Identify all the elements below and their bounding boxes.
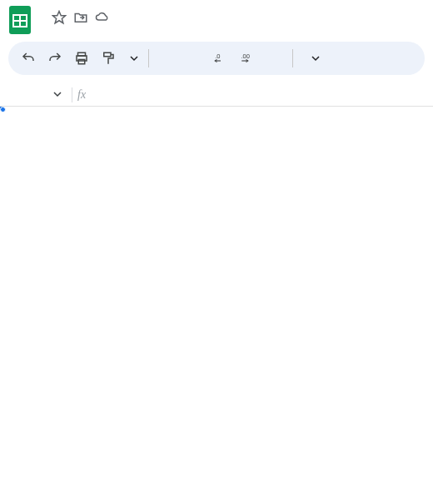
doc-title[interactable]: [38, 17, 45, 18]
print-button[interactable]: [70, 47, 93, 70]
title-row: [8, 5, 425, 35]
redo-button[interactable]: [43, 47, 67, 70]
undo-button[interactable]: [17, 47, 40, 70]
move-folder-icon[interactable]: [73, 10, 88, 25]
currency-button[interactable]: [156, 47, 179, 70]
separator: [292, 49, 293, 67]
menu-format[interactable]: [92, 27, 103, 30]
menu-insert[interactable]: [78, 27, 90, 30]
header: [0, 0, 433, 35]
percent-button[interactable]: [182, 47, 206, 70]
chevron-down-icon: [311, 52, 320, 65]
namebox-row: fx: [0, 83, 433, 107]
paint-format-button[interactable]: [97, 47, 120, 70]
menu-extensions[interactable]: [132, 27, 143, 30]
separator: [72, 87, 72, 102]
zoom-select[interactable]: [123, 52, 142, 65]
name-box[interactable]: [3, 88, 67, 101]
sheets-logo-icon[interactable]: [8, 5, 32, 35]
svg-rect-8: [104, 52, 111, 57]
cloud-status-icon[interactable]: [95, 10, 110, 25]
menu-help[interactable]: [145, 27, 157, 30]
fx-icon[interactable]: fx: [77, 88, 91, 102]
number-format-button[interactable]: [262, 47, 286, 70]
svg-marker-4: [53, 12, 66, 23]
title-block: [38, 10, 425, 30]
svg-text:.0: .0: [215, 52, 220, 60]
menu-view[interactable]: [65, 27, 77, 30]
separator: [148, 49, 149, 67]
doc-title-line: [38, 10, 425, 25]
decrease-decimal-button[interactable]: .0: [209, 47, 232, 70]
menu-data[interactable]: [105, 27, 117, 30]
menu-tools[interactable]: [118, 27, 130, 30]
svg-text:.00: .00: [241, 52, 250, 60]
selection-fill-handle[interactable]: [0, 107, 6, 112]
increase-decimal-button[interactable]: .00: [236, 47, 259, 70]
chevron-down-icon: [130, 52, 138, 65]
star-icon[interactable]: [52, 10, 67, 25]
chevron-down-icon: [53, 88, 62, 101]
toolbar: .0 .00: [8, 42, 425, 75]
menu-edit[interactable]: [52, 27, 63, 30]
menu-file[interactable]: [38, 27, 50, 30]
menu-bar: [38, 27, 425, 30]
font-select[interactable]: [300, 52, 326, 65]
